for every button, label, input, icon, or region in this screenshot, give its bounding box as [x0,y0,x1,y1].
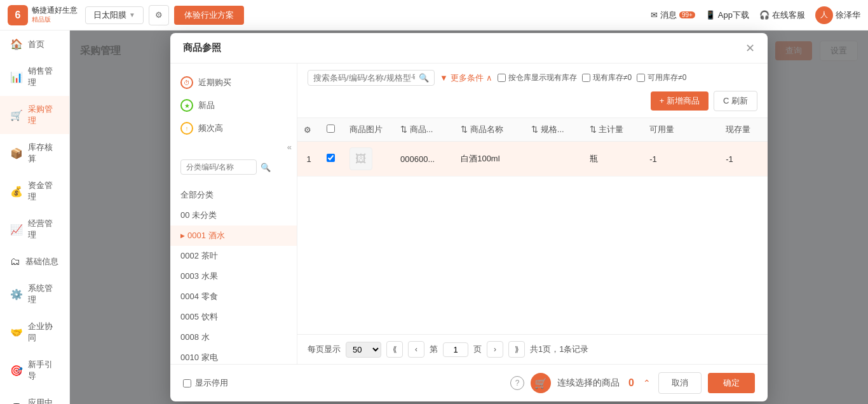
quick-recent[interactable]: ⏱ 近期购买 [170,71,297,94]
page-number-input[interactable] [443,342,468,357]
user-area[interactable]: 人 徐泽华 [815,6,860,24]
cart-icon[interactable]: 🛒 [531,373,551,393]
cat-tea[interactable]: 0002 茶叶 [170,246,297,266]
store-dropdown[interactable]: 日太阳膜 ▼ [85,6,144,24]
product-search-box: 🔍 [308,70,435,86]
messages-item[interactable]: ✉ 消息 99+ [651,10,695,21]
cat-appliance[interactable]: 0010 家电 [170,347,297,364]
sidebar-item-apps[interactable]: 📱 应用中心 [0,389,69,404]
modal-right-panel: 🔍 ▼ 更多条件 ∧ 按仓库显示现有库存 [297,64,768,364]
page-last-btn[interactable]: ⟫ [508,341,525,358]
category-search-input[interactable] [180,159,257,175]
cat-unclassified[interactable]: 00 未分类 [170,205,297,226]
sidebar-item-basic[interactable]: 🗂 基础信息 [0,248,69,275]
sidebar-item-home[interactable]: 🏠 首页 [0,30,69,58]
sidebar-label-collab: 企业协同 [28,321,59,344]
col-code: ⇅ 商品... [394,118,454,142]
col-settings-icon[interactable]: ⚙ [304,125,311,135]
collab-icon: 🤝 [10,327,23,339]
app-download-item[interactable]: 📱 App下载 [705,10,749,21]
sidebar-item-sales[interactable]: 📊 销售管理 [0,58,69,96]
col-unit: ⇅ 主计量 [583,118,643,142]
row-checkbox[interactable] [327,154,335,162]
table-row: 1 🖼 000600... 白酒100ml [297,142,768,177]
sidebar-item-operations[interactable]: 📈 经营管理 [0,210,69,248]
warehouse-checkbox[interactable] [498,74,506,82]
cancel-btn[interactable]: 取消 [658,372,702,394]
cat-fruit-label: 0003 水果 [180,271,218,282]
stock-icon: 📦 [10,147,23,159]
cat-all[interactable]: 全部分类 [170,185,297,205]
page-size-select[interactable]: 50 100 200 [346,342,381,358]
cell-name: 白酒100ml [454,142,525,177]
cat-snack[interactable]: 0004 零食 [170,286,297,307]
message-icon: ✉ [651,10,658,20]
username-label: 徐泽华 [836,10,860,21]
trial-button[interactable]: 体验行业方案 [174,6,244,25]
add-product-btn[interactable]: + 新增商品 [651,91,709,111]
confirm-btn[interactable]: 确定 [708,373,755,393]
modal-close-icon[interactable]: ✕ [745,43,755,54]
sidebar-label-finance: 资金管理 [28,180,59,203]
online-service-item[interactable]: 🎧 在线客服 [759,10,805,21]
page-next-btn[interactable]: › [487,341,503,358]
nonzero-stock-checkbox[interactable] [582,74,590,82]
cell-spec [525,142,583,177]
sidebar-item-collab[interactable]: 🤝 企业协同 [0,313,69,351]
sort-icon-code[interactable]: ⇅ [400,125,407,134]
show-disabled-area[interactable]: 显示停用 [183,377,228,389]
more-filter-btn[interactable]: ▼ 更多条件 ∧ [440,72,492,84]
cat-beverage-label: 0005 饮料 [180,311,218,323]
sidebar-item-guide[interactable]: 🎯 新手引导 [0,351,69,389]
col-available: 可用量 [643,118,719,142]
show-disabled-checkbox[interactable] [183,379,191,387]
quick-freq[interactable]: ↑ 频次高 [170,117,297,140]
page-first-btn[interactable]: ⟪ [386,341,403,358]
sidebar-label-basic: 基础信息 [25,256,58,267]
available-nonzero-checkbox[interactable] [637,74,645,82]
page-prev-btn[interactable]: ‹ [408,341,424,358]
settings-icon[interactable]: ⚙ [149,5,169,25]
sort-icon-name[interactable]: ⇅ [461,125,468,134]
sidebar-label-home: 首页 [28,39,44,50]
cat-unclassified-label: 00 未分类 [180,210,217,221]
collapse-left-btn[interactable]: « [170,140,297,154]
col-name: ⇅ 商品名称 [454,118,525,142]
sidebar-item-finance[interactable]: 💰 资金管理 [0,172,69,210]
product-image: 🖼 [349,147,372,170]
product-table: ⚙ 商品图片 ⇅ 商品... ⇅ 商品名称 ⇅ 规格... ⇅ 主计量 可用量 [297,118,768,177]
purchase-icon: 🛒 [10,109,23,121]
page-total-info: 共1页，1条记录 [530,344,588,355]
sidebar-item-purchase[interactable]: 🛒 采购管理 [0,96,69,134]
cat-all-label: 全部分类 [180,189,214,201]
guide-icon: 🎯 [10,365,23,377]
category-search-icon[interactable]: 🔍 [261,163,271,172]
cat-water[interactable]: 0008 水 [170,327,297,347]
continuous-select-label: 连续选择的商品 [557,377,620,389]
checkbox-nonzero-stock[interactable]: 现有库存≠0 [582,72,632,83]
cat-beverage[interactable]: 0005 饮料 [170,307,297,327]
sidebar-item-stock[interactable]: 📦 库存核算 [0,134,69,172]
sort-icon-unit[interactable]: ⇅ [590,125,597,134]
checkbox-available-nonzero[interactable]: 可用库存≠0 [637,72,686,83]
col-settings: ⚙ [297,118,320,142]
cat-fruit[interactable]: 0003 水果 [170,266,297,286]
sort-icon-spec[interactable]: ⇅ [531,125,538,134]
selected-count: 0 [628,377,634,389]
store-name: 日太阳膜 [93,10,126,21]
cat-liquor[interactable]: ▶ 0001 酒水 [170,226,297,246]
quick-new[interactable]: ★ 新品 [170,94,297,117]
sidebar-item-system[interactable]: ⚙️ 系统管理 [0,275,69,313]
app-icon: 📱 [705,10,715,20]
refresh-btn[interactable]: C 刷新 [714,91,757,111]
checkbox-warehouse[interactable]: 按仓库显示现有库存 [498,72,577,83]
help-icon[interactable]: ? [510,376,524,390]
footer-collapse-icon[interactable]: ⌃ [643,378,651,388]
product-search-input[interactable] [313,73,415,83]
filter-icon: ▼ [440,73,448,83]
sidebar-label-sales: 销售管理 [28,65,59,88]
select-all-checkbox[interactable] [327,125,335,133]
product-search-icon[interactable]: 🔍 [419,73,429,83]
nav-center: 日太阳膜 ▼ ⚙ 体验行业方案 [78,5,651,25]
cell-checkbox [320,142,343,177]
